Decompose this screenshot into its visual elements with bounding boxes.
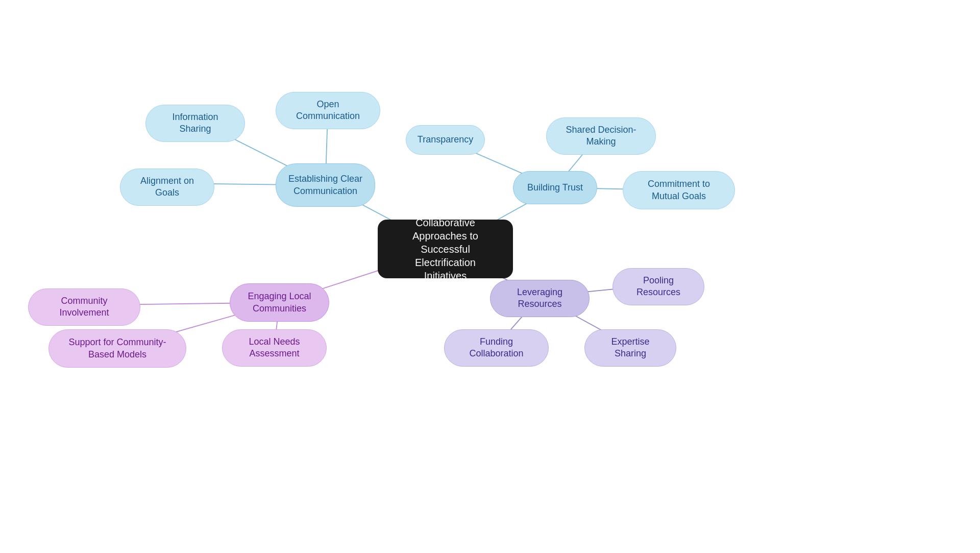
mindmap-node: Support for Community-Based Models — [48, 329, 186, 368]
mindmap-node: Funding Collaboration — [444, 329, 549, 367]
mindmap-node: Leveraging Resources — [490, 280, 590, 317]
mindmap-node: Alignment on Goals — [120, 169, 214, 206]
mindmap-node: Establishing Clear Communication — [276, 163, 375, 207]
mindmap-node: Open Communication — [276, 92, 380, 129]
mindmap-node: Local Needs Assessment — [222, 329, 327, 367]
mindmap-node: Building Trust — [513, 171, 597, 204]
mindmap-node: Transparency — [406, 125, 485, 155]
mindmap-node: Expertise Sharing — [584, 329, 676, 367]
mindmap: Collaborative Approaches to Successful E… — [0, 0, 980, 553]
mindmap-node: Community Involvement — [28, 288, 140, 326]
mindmap-node: Commitment to Mutual Goals — [623, 171, 735, 209]
mindmap-node: Pooling Resources — [612, 268, 704, 305]
mindmap-node: Collaborative Approaches to Successful E… — [378, 220, 513, 278]
mindmap-node: Shared Decision-Making — [546, 117, 656, 155]
mindmap-node: Information Sharing — [145, 105, 245, 142]
mindmap-node: Engaging Local Communities — [230, 283, 329, 322]
